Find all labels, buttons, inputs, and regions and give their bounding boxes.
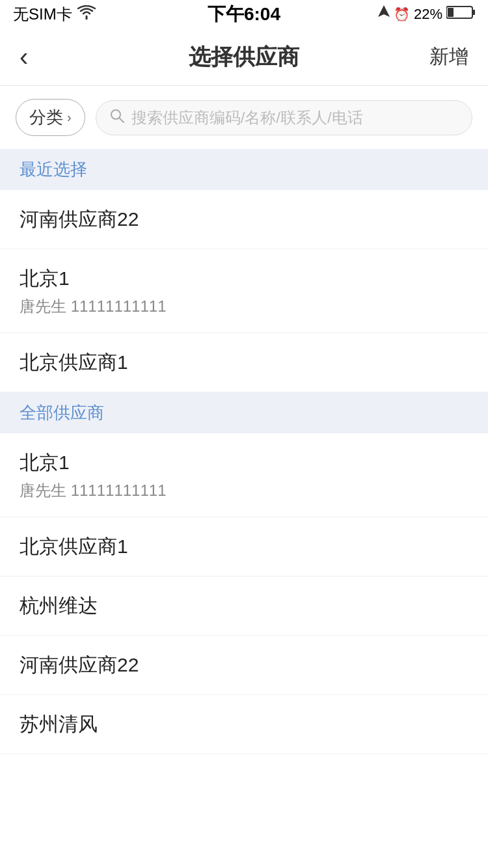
- status-left: 无SIM卡: [13, 4, 96, 25]
- list-item[interactable]: 北京1唐先生 11111111111: [0, 249, 488, 333]
- filter-bar: 分类 › 搜索供应商编码/名称/联系人/电话: [0, 86, 488, 149]
- item-name: 北京1: [20, 449, 468, 476]
- recent-section-header: 最近选择: [0, 149, 488, 190]
- page-title: 选择供应商: [189, 42, 299, 72]
- battery-icon: [446, 5, 475, 23]
- location-icon: [378, 5, 390, 23]
- list-item[interactable]: 杭州维达: [0, 576, 488, 636]
- item-sub: 唐先生 11111111111: [20, 296, 468, 317]
- svg-marker-0: [378, 5, 390, 17]
- item-name: 河南供应商22: [20, 206, 468, 233]
- item-name: 河南供应商22: [20, 651, 468, 679]
- item-sub: 唐先生 11111111111: [20, 480, 468, 501]
- search-placeholder: 搜索供应商编码/名称/联系人/电话: [131, 107, 363, 128]
- svg-line-5: [119, 118, 124, 122]
- status-bar: 无SIM卡 下午6:04 ⏰ 22%: [0, 0, 488, 29]
- list-item[interactable]: 河南供应商22: [0, 636, 488, 695]
- list-item[interactable]: 苏州清风: [0, 695, 488, 754]
- list-item[interactable]: 北京供应商1: [0, 333, 488, 392]
- item-name: 北京供应商1: [20, 533, 468, 560]
- item-name: 北京1: [20, 265, 468, 292]
- list-item[interactable]: 北京供应商1: [0, 517, 488, 576]
- item-name: 北京供应商1: [20, 349, 468, 376]
- svg-rect-3: [448, 8, 454, 17]
- recent-list: 河南供应商22北京1唐先生 11111111111北京供应商1: [0, 190, 488, 392]
- add-button[interactable]: 新增: [429, 44, 468, 70]
- chevron-right-icon: ›: [67, 110, 72, 125]
- item-name: 杭州维达: [20, 592, 468, 619]
- carrier-label: 无SIM卡: [13, 4, 72, 25]
- list-item[interactable]: 河南供应商22: [0, 190, 488, 249]
- nav-bar: ‹ 选择供应商 新增: [0, 29, 488, 86]
- list-item[interactable]: 北京1唐先生 11111111111: [0, 433, 488, 517]
- wifi-icon: [77, 5, 96, 23]
- search-box[interactable]: 搜索供应商编码/名称/联系人/电话: [96, 100, 472, 135]
- all-section-header: 全部供应商: [0, 392, 488, 433]
- category-button[interactable]: 分类 ›: [16, 99, 85, 136]
- alarm-icon: ⏰: [394, 7, 410, 22]
- svg-rect-2: [472, 10, 475, 15]
- status-time: 下午6:04: [208, 2, 280, 27]
- item-name: 苏州清风: [20, 711, 468, 738]
- all-list: 北京1唐先生 11111111111北京供应商1杭州维达河南供应商22苏州清风: [0, 433, 488, 754]
- status-right: ⏰ 22%: [378, 5, 475, 23]
- back-button[interactable]: ‹: [20, 42, 59, 72]
- category-label: 分类: [29, 106, 63, 129]
- battery-percent: 22%: [414, 6, 442, 23]
- search-icon: [109, 108, 125, 128]
